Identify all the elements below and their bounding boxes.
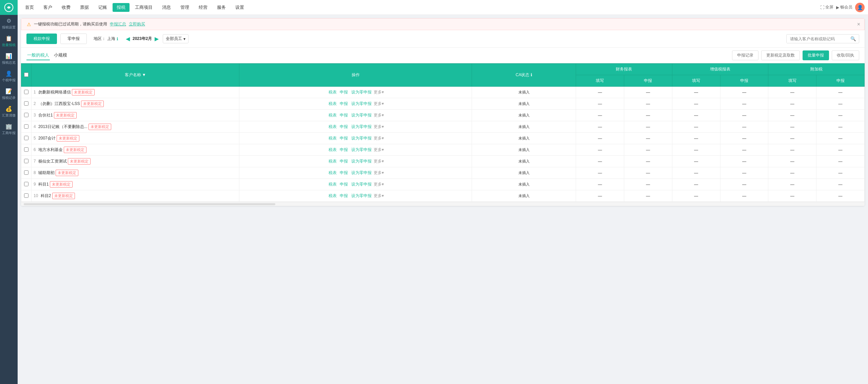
tab-declare[interactable]: 税款申报 xyxy=(26,34,57,44)
op-declare-6[interactable]: 申报 xyxy=(340,159,348,164)
logo[interactable] xyxy=(0,0,18,15)
nav-operation[interactable]: 经营 xyxy=(195,3,212,12)
op-declare-3[interactable]: 申报 xyxy=(340,124,348,129)
row-ca-2: 未插入 xyxy=(472,110,576,121)
op-taxform-1[interactable]: 税表 xyxy=(329,101,337,106)
row-f3-9: — xyxy=(672,190,720,202)
table-row: 5 2007会计 未更新税定 税表 申报 设为零申报 更多▾ 未插入 — — —… xyxy=(21,133,865,144)
row-checkbox-6[interactable] xyxy=(21,156,32,167)
ca-info-icon[interactable]: ℹ xyxy=(531,72,532,77)
select-all-checkbox[interactable] xyxy=(24,72,28,77)
horizontal-scrollbar[interactable] xyxy=(24,203,275,205)
op-zero-8[interactable]: 设为零申报 xyxy=(351,182,372,187)
op-taxform-5[interactable]: 税表 xyxy=(329,147,337,152)
nav-service[interactable]: 服务 xyxy=(213,3,230,12)
op-zero-6[interactable]: 设为零申报 xyxy=(351,159,372,164)
op-declare-5[interactable]: 申报 xyxy=(340,147,348,152)
member-button[interactable]: ▶ 畅会员 xyxy=(836,4,852,10)
sidebar-item-settlement[interactable]: 💰 汇算清缴 xyxy=(0,103,18,121)
op-taxform-3[interactable]: 税表 xyxy=(329,124,337,129)
row-checkbox-9[interactable] xyxy=(21,190,32,202)
op-declare-9[interactable]: 申报 xyxy=(340,193,348,198)
col-declare-1: 申报 xyxy=(624,75,672,87)
staff-select[interactable]: 全部员工 ▾ xyxy=(163,34,189,43)
op-taxform-2[interactable]: 税表 xyxy=(329,113,337,118)
nav-settings[interactable]: 设置 xyxy=(231,3,248,12)
op-more-5[interactable]: 更多▾ xyxy=(374,147,384,152)
op-more-9[interactable]: 更多▾ xyxy=(374,193,384,198)
op-zero-4[interactable]: 设为零申报 xyxy=(351,136,372,141)
row-checkbox-3[interactable] xyxy=(21,121,32,133)
op-zero-2[interactable]: 设为零申报 xyxy=(351,113,372,118)
op-declare-2[interactable]: 申报 xyxy=(340,113,348,118)
batch-declare-button[interactable]: 批量申报 xyxy=(803,50,829,60)
op-taxform-6[interactable]: 税表 xyxy=(329,159,337,164)
period-prev-button[interactable]: ◀ xyxy=(125,35,131,43)
op-declare-7[interactable]: 申报 xyxy=(340,170,348,175)
op-zero-3[interactable]: 设为零申报 xyxy=(351,124,372,129)
op-declare-0[interactable]: 申报 xyxy=(340,90,348,94)
row-checkbox-2[interactable] xyxy=(21,110,32,121)
sidebar-item-tax-settings[interactable]: ⚙ 报税设置 xyxy=(0,15,18,33)
op-taxform-8[interactable]: 税表 xyxy=(329,182,337,187)
search-input[interactable] xyxy=(787,35,848,43)
tab-general-taxpayer[interactable]: 一般的税人 xyxy=(26,51,50,60)
op-zero-5[interactable]: 设为零申报 xyxy=(351,147,372,152)
fullscreen-button[interactable]: ⛶ 全屏 xyxy=(820,4,833,10)
alert-close-button[interactable]: × xyxy=(857,21,860,27)
op-zero-7[interactable]: 设为零申报 xyxy=(351,170,372,175)
status-badge-4: 未更新税定 xyxy=(57,135,79,142)
nav-accounting[interactable]: 记账 xyxy=(94,3,111,12)
op-zero-1[interactable]: 设为零申报 xyxy=(351,101,372,106)
row-checkbox-5[interactable] xyxy=(21,144,32,156)
op-taxform-7[interactable]: 税表 xyxy=(329,170,337,175)
op-more-1[interactable]: 更多▾ xyxy=(374,101,384,106)
op-taxform-4[interactable]: 税表 xyxy=(329,136,337,141)
sort-icon[interactable]: ▼ xyxy=(142,72,146,77)
op-taxform-0[interactable]: 税表 xyxy=(329,90,337,94)
tab-small-scale[interactable]: 小规模 xyxy=(53,51,68,60)
search-button[interactable]: 🔍 xyxy=(848,35,859,43)
period-text: 2023年2月 xyxy=(133,36,152,42)
period-next-button[interactable]: ▶ xyxy=(154,35,159,43)
op-taxform-9[interactable]: 税表 xyxy=(329,193,337,198)
nav-message[interactable]: 消息 xyxy=(158,3,175,12)
op-declare-8[interactable]: 申报 xyxy=(340,182,348,187)
row-checkbox-7[interactable] xyxy=(21,167,32,179)
collect-refund-button[interactable]: 收取/回执 xyxy=(832,50,859,60)
op-more-7[interactable]: 更多▾ xyxy=(374,170,384,175)
declare-record-button[interactable]: 申报记录 xyxy=(732,50,758,60)
nav-home[interactable]: 首页 xyxy=(21,3,38,12)
avatar[interactable]: 👤 xyxy=(855,3,865,12)
sidebar-item-personal-tax[interactable]: 👤 个税申报 xyxy=(0,68,18,85)
op-more-2[interactable]: 更多▾ xyxy=(374,113,384,118)
tab-zero[interactable]: 零申报 xyxy=(60,34,87,44)
row-checkbox-1[interactable] xyxy=(21,98,32,110)
row-checkbox-8[interactable] xyxy=(21,179,32,190)
sidebar-item-batch-tax[interactable]: 📋 批量报税 xyxy=(0,33,18,50)
nav-invoice[interactable]: 票据 xyxy=(76,3,93,12)
op-zero-9[interactable]: 设为零申报 xyxy=(351,193,372,198)
op-zero-0[interactable]: 设为零申报 xyxy=(351,90,372,94)
update-quota-button[interactable]: 更新税定及取数 xyxy=(761,50,800,60)
nav-business[interactable]: 工商项目 xyxy=(131,3,157,12)
nav-client[interactable]: 客户 xyxy=(39,3,56,12)
nav-management[interactable]: 管理 xyxy=(176,3,193,12)
op-declare-1[interactable]: 申报 xyxy=(340,101,348,106)
row-checkbox-0[interactable] xyxy=(21,87,32,98)
alert-link-summary[interactable]: 申报汇总 xyxy=(110,21,126,27)
sidebar-item-industry-report[interactable]: 🏢 工商年报 xyxy=(0,121,18,138)
alert-link-buy[interactable]: 立即购买 xyxy=(129,21,145,27)
sidebar-item-tax-overview[interactable]: 📊 报税总览 xyxy=(0,50,18,68)
nav-tax[interactable]: 报税 xyxy=(113,3,130,12)
op-more-8[interactable]: 更多▾ xyxy=(374,182,384,187)
row-checkbox-4[interactable] xyxy=(21,133,32,144)
nav-collection[interactable]: 收费 xyxy=(58,3,75,12)
op-more-6[interactable]: 更多▾ xyxy=(374,159,384,164)
op-more-0[interactable]: 更多▾ xyxy=(374,90,384,94)
op-more-3[interactable]: 更多▾ xyxy=(374,124,384,129)
op-more-4[interactable]: 更多▾ xyxy=(374,136,384,141)
info-icon[interactable]: ℹ xyxy=(117,37,118,41)
op-declare-4[interactable]: 申报 xyxy=(340,136,348,141)
sidebar-item-tax-records[interactable]: 📝 报税记录 xyxy=(0,85,18,103)
